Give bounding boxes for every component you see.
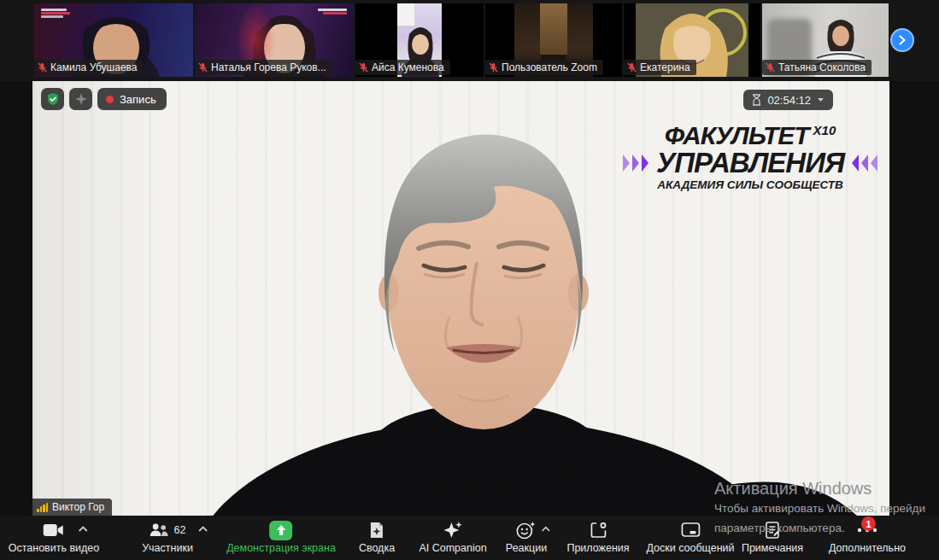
toolbar-ai-companion[interactable]: AI Companion <box>419 519 486 554</box>
toolbar-whiteboards[interactable]: Доски сообщений <box>646 519 734 554</box>
toolbar-reactions[interactable]: Реакции <box>506 519 547 554</box>
participant-name: Татьяна Соколова <box>778 61 866 73</box>
background-brand-logo <box>318 9 347 15</box>
participant-name: Камила Убушаева <box>50 61 137 73</box>
toolbar-label: Остановить видео <box>9 542 100 554</box>
next-participants-button[interactable] <box>890 28 914 52</box>
toolbar-label: Доски сообщений <box>646 542 734 554</box>
chevrons-left-icon <box>849 154 878 172</box>
mic-muted-icon <box>627 62 637 73</box>
share-screen-icon <box>269 521 292 540</box>
toolbar-label: AI Companion <box>419 542 486 554</box>
speaker-name: Виктор Гор <box>52 501 104 513</box>
toolbar-label: Сводка <box>359 542 395 554</box>
toolbar-label: Примечания <box>742 542 803 554</box>
room-doorway <box>540 3 567 55</box>
participant-name-tag: Наталья Горева Руков... <box>195 60 332 75</box>
participant-tile[interactable]: Татьяна Соколова <box>762 3 889 77</box>
toolbar-apps[interactable]: Приложения <box>566 519 629 554</box>
toolbar-stop-video[interactable]: Остановить видео <box>9 519 100 554</box>
zoom-meeting-window: Камила Убушаева <box>0 0 939 560</box>
toolbar-label: Приложения <box>566 542 629 554</box>
toolbar-label: Участники <box>142 542 193 554</box>
participant-name: Пользователь Zoom <box>502 61 597 73</box>
toolbar-label: Демонстрация экрана <box>226 542 336 554</box>
ai-companion-button[interactable] <box>69 88 92 110</box>
timer-value: 02:54:12 <box>767 94 811 107</box>
recording-label: Запись <box>120 93 156 106</box>
speaker-name-tag: Виктор Гор <box>32 499 112 516</box>
participant-tile[interactable]: Камила Убушаева <box>34 3 193 77</box>
participant-name-tag: Камила Убушаева <box>34 60 143 75</box>
toolbar-share-screen[interactable]: Демонстрация экрана <box>226 519 336 554</box>
recording-indicator[interactable]: Запись <box>97 88 167 110</box>
participant-name-tag: Екатерина <box>624 60 696 75</box>
participant-name-tag: Айса Куменова <box>355 60 450 75</box>
caret-up-icon[interactable] <box>542 526 550 532</box>
mic-muted-icon <box>766 62 775 73</box>
whiteboard-icon <box>680 522 701 539</box>
notes-icon <box>764 521 781 540</box>
active-speaker-video: ФАКУЛЬТЕТX10 УПРАВЛЕНИЯ АКАДЕМИЯ СИЛЫ СО… <box>32 81 889 516</box>
caret-down-icon <box>817 97 825 102</box>
participants-icon <box>150 522 170 538</box>
participant-name-tag: Татьяна Соколова <box>762 60 872 75</box>
chevron-right-icon <box>898 35 907 45</box>
toolbar-label: Реакции <box>506 542 547 554</box>
participants-filmstrip: Камила Убушаева <box>0 0 939 81</box>
participant-name: Екатерина <box>640 61 690 73</box>
apps-icon <box>589 521 607 540</box>
participant-tile[interactable]: Пользователь Zoom <box>485 3 622 77</box>
background-brand-logo <box>41 9 70 18</box>
video-camera-icon <box>43 522 65 538</box>
toolbar-summary[interactable]: Сводка <box>359 519 395 554</box>
caret-up-icon[interactable] <box>199 526 208 532</box>
participant-name: Наталья Горева Руков... <box>211 61 326 73</box>
caret-up-icon[interactable] <box>79 526 88 532</box>
toolbar-participants[interactable]: 62 Участники <box>142 519 193 554</box>
shield-check-icon <box>46 92 60 106</box>
brand-title: ФАКУЛЬТЕТ <box>665 121 809 149</box>
participants-count: 62 <box>174 524 186 536</box>
participant-name: Айса Куменова <box>372 61 444 73</box>
brand-logo: ФАКУЛЬТЕТX10 УПРАВЛЕНИЯ АКАДЕМИЯ СИЛЫ СО… <box>618 118 883 193</box>
mic-muted-icon <box>489 62 498 73</box>
brand-subtitle: УПРАВЛЕНИЯ <box>656 149 844 178</box>
mic-muted-icon <box>359 62 368 73</box>
summary-doc-icon <box>368 521 385 540</box>
mic-muted-icon <box>38 62 47 73</box>
mic-muted-icon <box>198 62 208 73</box>
meeting-toolbar: Остановить видео 62 Участники <box>0 516 939 560</box>
chevrons-right-icon <box>622 154 651 172</box>
meeting-timer[interactable]: 02:54:12 <box>743 90 833 110</box>
brand-title-row: ФАКУЛЬТЕТX10 <box>618 118 883 149</box>
hourglass-icon <box>752 94 761 106</box>
audio-level-icon <box>37 503 48 512</box>
record-dot-icon <box>106 96 114 103</box>
participant-tile[interactable]: Айса Куменова <box>355 3 484 77</box>
reactions-smiley-icon <box>516 521 537 540</box>
ai-sparkle-icon <box>443 520 463 540</box>
notification-badge: 1 <box>861 516 876 531</box>
sparkle-icon <box>74 92 88 106</box>
brand-subtitle-row: УПРАВЛЕНИЯ <box>618 149 883 178</box>
participant-name-tag: Пользователь Zoom <box>485 60 603 75</box>
participant-tile[interactable]: Екатерина <box>624 3 760 77</box>
security-button[interactable] <box>41 88 64 110</box>
toolbar-label: Дополнительно <box>829 542 906 554</box>
brand-tagline: АКАДЕМИЯ СИЛЫ СООБЩЕСТВ <box>618 178 883 193</box>
toolbar-notes[interactable]: Примечания <box>742 519 803 554</box>
room-cabinet <box>397 3 414 26</box>
brand-multiplier: X10 <box>813 123 836 137</box>
participant-tile[interactable]: Наталья Горева Руков... <box>195 3 354 77</box>
